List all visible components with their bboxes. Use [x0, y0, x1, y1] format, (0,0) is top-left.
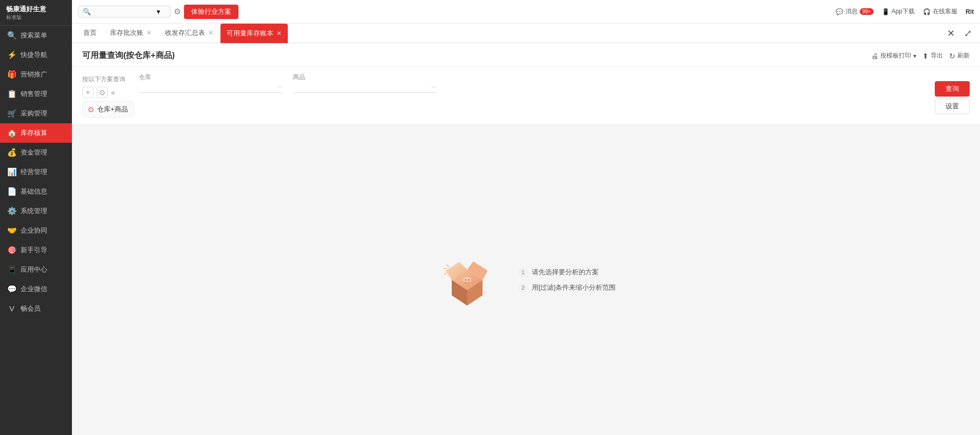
- sidebar-label-system: 系统管理: [21, 206, 47, 216]
- sidebar-item-shortcut[interactable]: ⚡快捷导航: [0, 45, 72, 65]
- sidebar-icon-member: V: [7, 304, 16, 313]
- filter-scheme: ＋ ⊙ «: [82, 87, 134, 98]
- sidebar: 畅康通好生意 标准版 🔍搜索菜单⚡快捷导航🎁营销推广📋销售管理🛒采购管理🏠库存核…: [0, 0, 72, 435]
- scheme-add-button[interactable]: ＋: [82, 87, 94, 98]
- tabs-bar: 首页 库存批次账 ✕ 收发存汇总表 ✕ 可用量库存账本 ✕ ✕ ⤢: [72, 24, 980, 43]
- topbar: 🔍 ▾ ⚙ 体验行业方案 💬 消息 99+ 📱 App下载 🎧 在线客服 Rit: [72, 0, 980, 24]
- svg-line-10: [444, 273, 447, 275]
- online-service-label: 在线客服: [933, 7, 957, 16]
- scheme-setting-button[interactable]: ⊙: [97, 87, 108, 98]
- sidebar-icon-wechat: 💬: [7, 285, 16, 294]
- sidebar-icon-operations: 📊: [7, 167, 16, 177]
- product-filter-field: 商品 ···: [293, 73, 437, 93]
- page-content: 可用量查询(按仓库+商品) 🖨 按模板打印 ▾ ⬆ 导出 ↻ 刷新: [72, 43, 980, 435]
- tab-available[interactable]: 可用量库存账本 ✕: [220, 24, 288, 43]
- sidebar-label-inventory: 库存核算: [21, 128, 47, 138]
- sidebar-item-finance[interactable]: 💰资金管理: [0, 143, 72, 162]
- search-area[interactable]: 🔍 ▾: [78, 6, 171, 17]
- close-batch-icon[interactable]: ✕: [146, 29, 152, 36]
- filter-fields: 仓库 ··· 商品 ···: [139, 73, 930, 93]
- sidebar-icon-sales: 📋: [7, 89, 16, 99]
- logo-sub: 标准版: [6, 14, 66, 21]
- page-title: 可用量查询(按仓库+商品): [82, 50, 175, 61]
- gear-icon[interactable]: ⚙: [174, 7, 181, 16]
- sidebar-icon-shortcut: ⚡: [7, 50, 16, 60]
- notification-area[interactable]: 💬 消息 99+: [836, 7, 874, 16]
- refresh-icon: ↻: [949, 52, 955, 60]
- tab-home-label: 首页: [83, 28, 97, 37]
- sidebar-icon-basic: 📄: [7, 187, 16, 196]
- user-name[interactable]: Rit: [966, 8, 974, 15]
- tab-batch[interactable]: 库存批次账 ✕: [104, 24, 158, 43]
- empty-tips: 1 请先选择要分析的方案 2 用[过滤]条件来缩小分析范围: [519, 268, 616, 292]
- print-icon: 🖨: [871, 52, 878, 60]
- tip-number-1: 1: [519, 268, 528, 277]
- sidebar-item-system[interactable]: ⚙️系统管理: [0, 201, 72, 221]
- close-available-icon[interactable]: ✕: [276, 30, 282, 37]
- tip-text-2: 用[过滤]条件来缩小分析范围: [532, 283, 616, 292]
- online-service-area[interactable]: 🎧 在线客服: [923, 7, 957, 16]
- export-action[interactable]: ⬆ 导出: [922, 51, 943, 60]
- search-icon: 🔍: [83, 8, 91, 15]
- sidebar-item-appstore[interactable]: 📱应用中心: [0, 260, 72, 279]
- sidebar-label-marketing: 营销推广: [21, 70, 47, 79]
- tab-summary-label: 收发存汇总表: [165, 28, 205, 37]
- fullscreen-tab-button[interactable]: ⤢: [961, 27, 975, 40]
- tip-text-1: 请先选择要分析的方案: [532, 268, 599, 277]
- notification-label: 消息: [845, 7, 858, 16]
- sidebar-item-marketing[interactable]: 🎁营销推广: [0, 65, 72, 84]
- refresh-action[interactable]: ↻ 刷新: [949, 51, 970, 60]
- warehouse-input[interactable]: [139, 83, 275, 90]
- print-action[interactable]: 🖨 按模板打印 ▾: [871, 51, 916, 60]
- sidebar-icon-finance: 💰: [7, 148, 16, 157]
- tab-home[interactable]: 首页: [77, 24, 103, 43]
- close-tab-button[interactable]: ✕: [944, 27, 958, 40]
- sidebar-item-newbie[interactable]: 🎯新手引导: [0, 240, 72, 260]
- sidebar-label-member: 畅会员: [21, 304, 41, 313]
- sidebar-item-wechat[interactable]: 💬企业微信: [0, 279, 72, 299]
- sidebar-item-purchase[interactable]: 🛒采购管理: [0, 104, 72, 123]
- query-button[interactable]: 查询: [935, 81, 970, 97]
- svg-point-6: [465, 279, 467, 281]
- trial-button[interactable]: 体验行业方案: [184, 5, 238, 19]
- phone-icon: 📱: [882, 8, 890, 15]
- logo-title: 畅康通好生意: [6, 5, 66, 14]
- sidebar-icon-search: 🔍: [7, 31, 16, 40]
- warehouse-more-button[interactable]: ···: [278, 83, 283, 90]
- sidebar-item-operations[interactable]: 📊经营管理: [0, 162, 72, 182]
- chevron-down-icon: ▾: [157, 8, 160, 15]
- print-label: 按模板打印: [880, 51, 911, 60]
- refresh-label: 刷新: [957, 51, 970, 60]
- scheme-collapse-button[interactable]: «: [111, 88, 115, 97]
- settings-button[interactable]: 设置: [935, 99, 970, 114]
- filter-left: 按以下方案查询 ＋ ⊙ « ⊙ 仓库+商品: [82, 73, 134, 118]
- print-chevron-icon: ▾: [913, 52, 916, 60]
- product-more-button[interactable]: ···: [432, 83, 437, 90]
- sidebar-label-purchase: 采购管理: [21, 109, 47, 118]
- tab-summary[interactable]: 收发存汇总表 ✕: [159, 24, 219, 43]
- topbar-right: 💬 消息 99+ 📱 App下载 🎧 在线客服 Rit: [836, 7, 974, 16]
- sidebar-item-inventory[interactable]: 🏠库存核算: [0, 123, 72, 143]
- scheme-item-icon: ⊙: [88, 105, 94, 114]
- sidebar-scroll: 🔍搜索菜单⚡快捷导航🎁营销推广📋销售管理🛒采购管理🏠库存核算💰资金管理📊经营管理…: [0, 26, 72, 435]
- app-download-area[interactable]: 📱 App下载: [882, 7, 915, 16]
- empty-state: 1 请先选择要分析的方案 2 用[过滤]条件来缩小分析范围: [72, 124, 980, 435]
- sidebar-item-sales[interactable]: 📋销售管理: [0, 84, 72, 104]
- close-summary-icon[interactable]: ✕: [208, 29, 213, 36]
- sidebar-item-basic[interactable]: 📄基础信息: [0, 182, 72, 201]
- sidebar-icon-inventory: 🏠: [7, 128, 16, 138]
- export-label: 导出: [931, 51, 943, 60]
- sidebar-logo: 畅康通好生意 标准版: [0, 0, 72, 26]
- product-input[interactable]: [293, 83, 430, 90]
- search-input[interactable]: [93, 8, 155, 15]
- tab-available-label: 可用量库存账本: [227, 29, 273, 38]
- sidebar-item-enterprise[interactable]: 🤝企业协同: [0, 221, 72, 240]
- scheme-item-warehouse-product[interactable]: ⊙ 仓库+商品: [82, 101, 134, 118]
- sidebar-item-member[interactable]: V畅会员: [0, 299, 72, 318]
- warehouse-field-label: 仓库: [139, 73, 283, 82]
- sidebar-label-sales: 销售管理: [21, 89, 47, 99]
- sidebar-icon-appstore: 📱: [7, 265, 16, 274]
- sidebar-item-search[interactable]: 🔍搜索菜单: [0, 26, 72, 45]
- sidebar-icon-marketing: 🎁: [7, 70, 16, 79]
- tip-number-2: 2: [519, 283, 528, 292]
